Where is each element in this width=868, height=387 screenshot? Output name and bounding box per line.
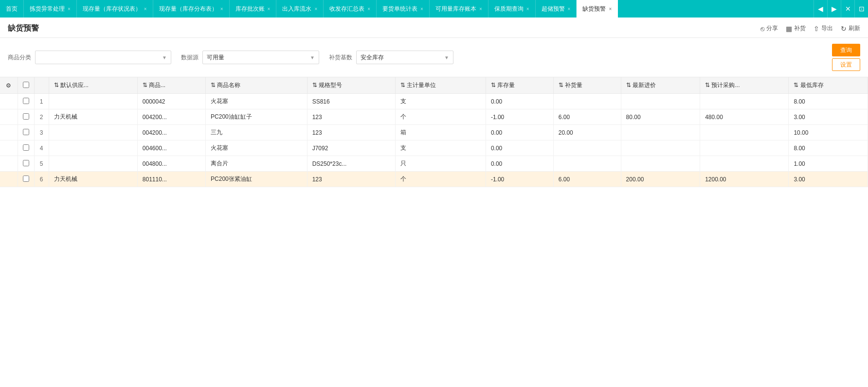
row-product-name: PC200张紧油缸 xyxy=(206,172,307,187)
col-checkbox[interactable] xyxy=(18,77,34,94)
tab-overstock[interactable]: 超储预警 × xyxy=(536,0,577,18)
row-checkbox-cell[interactable] xyxy=(18,172,34,187)
tab-expiry[interactable]: 保质期查询 × xyxy=(488,0,536,18)
close-tab-stock-status[interactable]: × xyxy=(144,6,147,12)
tab-shortage[interactable]: 缺货预警 × xyxy=(577,0,618,18)
col-unit[interactable]: ⇅ 主计量单位 xyxy=(395,77,486,94)
product-category-select[interactable]: ▼ xyxy=(35,51,171,64)
settings-button[interactable]: 设置 xyxy=(832,58,860,71)
close-tab-recv-summary[interactable]: × xyxy=(367,6,370,12)
row-unit: 支 xyxy=(395,141,486,156)
col-product-code[interactable]: ⇅ 商品... xyxy=(137,77,205,94)
col-latest-price[interactable]: ⇅ 最新进价 xyxy=(621,77,700,94)
row-checkbox-cell[interactable] xyxy=(18,109,34,125)
row-default-supplier xyxy=(49,125,137,141)
row-checkbox-cell[interactable] xyxy=(18,125,34,141)
row-product-name: 火花塞 xyxy=(206,141,307,156)
row-latest-price: 200.00 xyxy=(621,172,700,187)
table-header-row: ⚙ ⇅ 默认供应... ⇅ 商品... ⇅ 商品名称 xyxy=(0,77,868,94)
row-checkbox[interactable] xyxy=(23,129,29,135)
header-actions: ⎋ 分享 ▦ 补货 ⇧ 导出 ↻ 刷新 xyxy=(760,24,860,33)
row-product-name: 火花塞 xyxy=(206,94,307,109)
row-spec: 123 xyxy=(307,125,395,141)
row-product-code: 004600... xyxy=(137,141,205,156)
tab-stock-dist[interactable]: 现存量（库存分布表） × xyxy=(153,0,230,18)
sort-icon: ⇅ xyxy=(211,82,217,88)
row-stock: 0.00 xyxy=(486,94,553,109)
filter-data-source: 数据源 可用量 ▼ xyxy=(181,51,319,64)
select-all-checkbox[interactable] xyxy=(23,82,29,88)
row-product-code: 004200... xyxy=(137,125,205,141)
close-tab-order-stats[interactable]: × xyxy=(420,6,423,12)
tab-close-all-button[interactable]: ✕ xyxy=(841,0,854,18)
tab-stock-status[interactable]: 现存量（库存状况表） × xyxy=(77,0,153,18)
data-source-value: 可用量 xyxy=(207,53,224,62)
close-tab-inout-flow[interactable]: × xyxy=(314,6,317,12)
sort-icon: ⇅ xyxy=(559,82,565,88)
table-row: 6 力天机械 801110... PC200张紧油缸 123 个 -1.00 6… xyxy=(0,172,868,187)
row-product-code: 004200... xyxy=(137,109,205,125)
sort-icon: ⇅ xyxy=(794,82,800,88)
row-default-supplier: 力天机械 xyxy=(49,172,137,187)
row-unit: 支 xyxy=(395,94,486,109)
col-spec[interactable]: ⇅ 规格型号 xyxy=(307,77,395,94)
gear-settings-icon[interactable]: ⚙ xyxy=(6,82,11,89)
row-min-stock: 8.00 xyxy=(789,94,868,109)
row-number: 1 xyxy=(34,94,49,109)
row-est-purchase xyxy=(700,125,789,141)
row-number: 5 xyxy=(34,156,49,172)
row-checkbox[interactable] xyxy=(23,144,29,151)
row-checkbox-cell[interactable] xyxy=(18,141,34,156)
row-checkbox[interactable] xyxy=(23,160,29,166)
tab-next-button[interactable]: ▶ xyxy=(827,0,841,18)
close-tab-expiry[interactable]: × xyxy=(526,6,529,12)
product-category-arrow-icon: ▼ xyxy=(162,55,167,60)
export-button[interactable]: ⇧ 导出 xyxy=(814,24,833,33)
refresh-icon: ↻ xyxy=(841,25,847,33)
row-checkbox-cell[interactable] xyxy=(18,94,34,109)
tab-inout-flow[interactable]: 出入库流水 × xyxy=(276,0,324,18)
query-button[interactable]: 查询 xyxy=(832,44,860,56)
row-unit: 只 xyxy=(395,156,486,172)
row-stock: -1.00 xyxy=(486,109,553,125)
col-gear[interactable]: ⚙ xyxy=(0,77,18,94)
close-tab-abnormal[interactable]: × xyxy=(68,6,71,12)
row-checkbox-cell[interactable] xyxy=(18,156,34,172)
tab-order-stats[interactable]: 要货单统计表 × xyxy=(377,0,430,18)
sort-icon: ⇅ xyxy=(491,82,497,88)
col-product-name[interactable]: ⇅ 商品名称 xyxy=(206,77,307,94)
row-checkbox[interactable] xyxy=(23,176,29,182)
tab-batch[interactable]: 库存批次账 × xyxy=(230,0,277,18)
close-tab-shortage[interactable]: × xyxy=(609,6,612,12)
col-replenish-qty[interactable]: ⇅ 补货量 xyxy=(553,77,621,94)
close-tab-stock-dist[interactable]: × xyxy=(220,6,223,12)
row-est-purchase xyxy=(700,141,789,156)
row-replenish-qty: 6.00 xyxy=(553,109,621,125)
tab-avail-ledger[interactable]: 可用量库存账本 × xyxy=(430,0,488,18)
close-tab-batch[interactable]: × xyxy=(268,6,271,12)
col-stock[interactable]: ⇅ 库存量 xyxy=(486,77,553,94)
export-icon: ⇧ xyxy=(814,25,819,33)
row-default-supplier: 力天机械 xyxy=(49,109,137,125)
tab-expand-button[interactable]: ⊡ xyxy=(854,0,868,18)
tab-prev-button[interactable]: ◀ xyxy=(814,0,827,18)
filter-row: 商品分类 ▼ 数据源 可用量 ▼ 补货基数 安全库存 ▼ 查询 设置 xyxy=(0,38,868,77)
row-spec: SS816 xyxy=(307,94,395,109)
row-default-supplier xyxy=(49,156,137,172)
row-checkbox[interactable] xyxy=(23,113,29,120)
row-replenish-qty: 6.00 xyxy=(553,172,621,187)
tab-abnormal[interactable]: 拣货异常处理 × xyxy=(24,0,77,18)
replenish-basis-select[interactable]: 安全库存 ▼ xyxy=(356,51,453,64)
tab-recv-summary[interactable]: 收发存汇总表 × xyxy=(324,0,377,18)
col-min-stock[interactable]: ⇅ 最低库存 xyxy=(789,77,868,94)
close-tab-overstock[interactable]: × xyxy=(568,6,571,12)
col-default-supplier[interactable]: ⇅ 默认供应... xyxy=(49,77,137,94)
close-tab-avail-ledger[interactable]: × xyxy=(479,6,482,12)
col-est-purchase[interactable]: ⇅ 预计采购... xyxy=(700,77,789,94)
share-button[interactable]: ⎋ 分享 xyxy=(760,24,778,33)
data-source-select[interactable]: 可用量 ▼ xyxy=(202,51,319,64)
replenish-button[interactable]: ▦ 补货 xyxy=(786,24,806,33)
refresh-button[interactable]: ↻ 刷新 xyxy=(841,24,860,33)
row-checkbox[interactable] xyxy=(23,98,29,104)
tab-home[interactable]: 首页 xyxy=(0,0,24,18)
